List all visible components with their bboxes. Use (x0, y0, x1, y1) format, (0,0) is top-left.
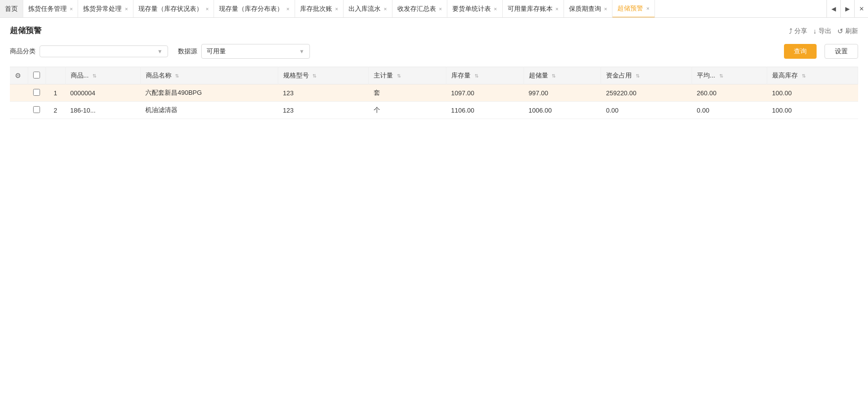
nav-tab-available-account[interactable]: 可用量库存账本 × (503, 0, 564, 18)
td-unit: 套 (369, 84, 446, 102)
category-label: 商品分类 (10, 47, 36, 56)
td-unit: 个 (369, 102, 446, 119)
td-product-name: 六配套新昌490BPG (140, 84, 278, 102)
settings-button[interactable]: 设置 (825, 44, 858, 59)
datasource-filter: 数据源 可用量 ▼ (178, 44, 310, 59)
td-product-code: 0000004 (65, 84, 140, 102)
nav-tab-in-out-flow[interactable]: 出入库流水 × (344, 0, 392, 18)
query-button[interactable]: 查询 (784, 44, 817, 59)
sort-icon: ⇅ (719, 73, 723, 79)
header-actions: ⤴ 分享 ↓ 导出 ↺ 刷新 (789, 27, 858, 36)
data-table: ⚙ 商品... ⇅ 商品名称 ⇅ 规格型号 ⇅ (10, 67, 858, 119)
sort-icon: ⇅ (397, 73, 401, 79)
close-icon[interactable]: × (646, 5, 649, 11)
close-icon[interactable]: × (556, 6, 559, 12)
table-row: 1 0000004 六配套新昌490BPG 123 套 1097.00 997.… (10, 84, 858, 102)
close-icon[interactable]: × (604, 6, 607, 12)
nav-tab-order-stats[interactable]: 要货单统计表 × (447, 0, 502, 18)
th-stock-qty[interactable]: 库存量 ⇅ (446, 67, 524, 84)
nav-right-arrow[interactable]: ▶ (840, 0, 854, 18)
nav-tab-home[interactable]: 首页 (0, 0, 23, 18)
td-gear (10, 84, 28, 102)
nav-tab-stock-dist[interactable]: 现存量（库存分布表） × (214, 0, 295, 18)
th-row-num (45, 67, 65, 84)
nav-close-arrow[interactable]: ✕ (854, 0, 868, 18)
nav-left-arrow[interactable]: ◀ (826, 0, 840, 18)
row-checkbox[interactable] (33, 89, 40, 96)
td-spec: 123 (278, 102, 369, 119)
td-overstock-qty: 1006.00 (523, 102, 601, 119)
td-gear (10, 102, 28, 119)
close-icon[interactable]: × (206, 6, 209, 12)
gear-icon[interactable]: ⚙ (15, 72, 21, 79)
close-icon[interactable]: × (335, 6, 338, 12)
sort-icon: ⇅ (636, 73, 640, 79)
category-select[interactable]: ▼ (40, 45, 168, 57)
top-nav: 首页 拣货任务管理 × 拣货异常处理 × 现存量（库存状况表） × 现存量（库存… (0, 0, 868, 18)
th-avg-price[interactable]: 平均... ⇅ (692, 67, 767, 84)
th-checkbox[interactable] (28, 67, 45, 84)
td-checkbox[interactable] (28, 84, 45, 102)
page-content: 超储预警 ⤴ 分享 ↓ 导出 ↺ 刷新 商品分类 ▼ 数据源 (0, 18, 868, 395)
table-header-row: ⚙ 商品... ⇅ 商品名称 ⇅ 规格型号 ⇅ (10, 67, 858, 84)
th-product-code[interactable]: 商品... ⇅ (65, 67, 140, 84)
td-product-name: 机油滤清器 (140, 102, 278, 119)
export-button[interactable]: ↓ 导出 (813, 27, 831, 36)
td-row-num: 1 (45, 84, 65, 102)
td-max-stock: 100.00 (767, 84, 858, 102)
sort-icon: ⇅ (312, 73, 316, 79)
sort-icon: ⇅ (475, 73, 478, 79)
datasource-select-value: 可用量 (207, 47, 226, 56)
nav-arrows: ◀ ▶ ✕ (826, 0, 868, 18)
chevron-down-icon: ▼ (299, 48, 304, 54)
td-row-num: 2 (45, 102, 65, 119)
td-avg-price: 260.00 (692, 84, 767, 102)
th-product-name[interactable]: 商品名称 ⇅ (140, 67, 278, 84)
datasource-label: 数据源 (178, 47, 197, 56)
close-icon[interactable]: × (70, 6, 73, 12)
close-icon[interactable]: × (125, 6, 128, 12)
th-spec[interactable]: 规格型号 ⇅ (278, 67, 369, 84)
page-header: 超储预警 ⤴ 分享 ↓ 导出 ↺ 刷新 (10, 26, 858, 36)
close-icon[interactable]: × (384, 6, 387, 12)
nav-tab-abnormal[interactable]: 拣货异常处理 × (78, 0, 133, 18)
category-filter: 商品分类 ▼ (10, 45, 168, 57)
nav-tab-stock-status[interactable]: 现存量（库存状况表） × (133, 0, 214, 18)
nav-tab-receive-summary[interactable]: 收发存汇总表 × (392, 0, 447, 18)
td-overstock-qty: 997.00 (523, 84, 601, 102)
nav-tab-overstock-alert[interactable]: 超储预警 × (612, 0, 654, 18)
refresh-button[interactable]: ↺ 刷新 (837, 27, 858, 36)
nav-tab-quality-check[interactable]: 保质期查询 × (564, 0, 612, 18)
td-product-code: 186-10... (65, 102, 140, 119)
close-icon[interactable]: × (286, 6, 289, 12)
table-row: 2 186-10... 机油滤清器 123 个 1106.00 1006.00 … (10, 102, 858, 119)
sort-icon: ⇅ (175, 73, 179, 79)
datasource-select[interactable]: 可用量 ▼ (201, 44, 310, 59)
table-body: 1 0000004 六配套新昌490BPG 123 套 1097.00 997.… (10, 84, 858, 119)
page-title: 超储预警 (10, 26, 42, 36)
sort-icon: ⇅ (802, 73, 806, 79)
share-icon: ⤴ (789, 27, 792, 35)
share-button[interactable]: ⤴ 分享 (789, 27, 807, 36)
td-stock-qty: 1097.00 (446, 84, 524, 102)
refresh-icon: ↺ (837, 27, 843, 35)
close-icon[interactable]: × (494, 6, 497, 12)
close-icon[interactable]: × (439, 6, 442, 12)
th-gear[interactable]: ⚙ (10, 67, 28, 84)
export-icon: ↓ (813, 27, 817, 35)
th-overstock-qty[interactable]: 超储量 ⇅ (523, 67, 601, 84)
td-spec: 123 (278, 84, 369, 102)
select-all-checkbox[interactable] (33, 72, 40, 79)
nav-tab-batch-account[interactable]: 库存批次账 × (295, 0, 344, 18)
td-max-stock: 100.00 (767, 102, 858, 119)
th-max-stock[interactable]: 最高库存 ⇅ (767, 67, 858, 84)
th-unit[interactable]: 主计量 ⇅ (369, 67, 446, 84)
filter-row: 商品分类 ▼ 数据源 可用量 ▼ 查询 设置 (10, 44, 858, 59)
th-capital[interactable]: 资金占用 ⇅ (601, 67, 692, 84)
td-checkbox[interactable] (28, 102, 45, 119)
sort-icon: ⇅ (552, 73, 556, 79)
nav-tab-task-mgmt[interactable]: 拣货任务管理 × (23, 0, 78, 18)
td-avg-price: 0.00 (692, 102, 767, 119)
td-capital: 0.00 (601, 102, 692, 119)
row-checkbox[interactable] (33, 106, 40, 113)
